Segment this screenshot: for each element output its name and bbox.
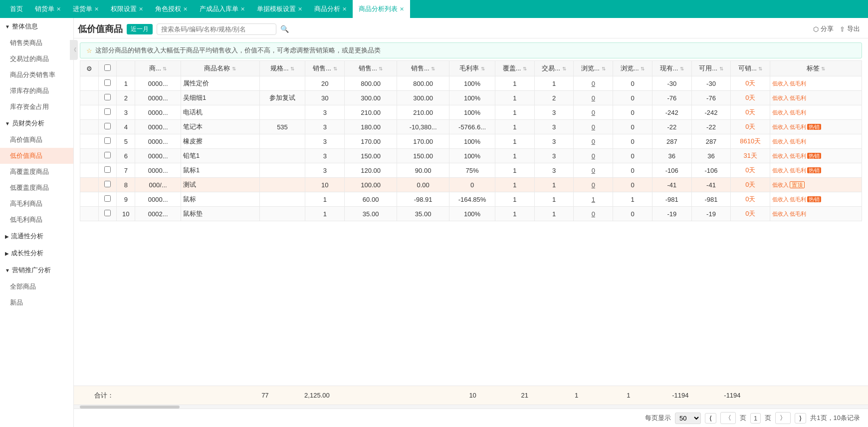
row-checkbox-cell[interactable] <box>98 120 117 134</box>
nav-close-icon[interactable]: ✕ <box>94 6 99 12</box>
page-size-select[interactable]: 50 100 200 <box>675 413 701 424</box>
sidebar-group-general[interactable]: ▼ 整体信息 <box>0 18 73 35</box>
sidebar-item-sales-goods[interactable]: 销售类商品 <box>0 35 73 51</box>
col-tags[interactable]: 标签 ⇅ <box>770 61 862 76</box>
sidebar-group-marketing[interactable]: ▼ 营销推广分析 <box>0 262 73 279</box>
nav-close-icon[interactable]: ✕ <box>139 6 143 12</box>
next-page-btn[interactable]: 〉 <box>775 412 791 424</box>
nav-product-instock[interactable]: 产成品入库单 ✕ <box>194 0 251 18</box>
row-checkbox[interactable] <box>104 166 111 173</box>
col-saleable[interactable]: 可销... ⇅ <box>731 61 770 76</box>
nav-close-icon[interactable]: ✕ <box>183 6 188 12</box>
col-browse1[interactable]: 浏览... ⇅ <box>574 61 613 76</box>
nav-permissions[interactable]: 权限设置 ✕ <box>105 0 149 18</box>
nav-sales-order[interactable]: 销货单 ✕ <box>29 0 67 18</box>
col-stock1[interactable]: 现有... ⇅ <box>652 61 691 76</box>
row-checkbox-cell[interactable] <box>98 91 117 105</box>
nav-close-icon[interactable]: ✕ <box>342 6 347 12</box>
row-browse1[interactable]: 0 <box>574 105 613 120</box>
col-settings[interactable]: ⚙ <box>80 61 99 76</box>
nav-home[interactable]: 首页 <box>4 0 29 18</box>
col-name[interactable]: 商品名称 ⇅ <box>181 61 259 76</box>
first-page-btn[interactable]: ⟨ <box>705 413 716 424</box>
row-checkbox-cell[interactable] <box>98 149 117 163</box>
row-checkbox-cell[interactable] <box>98 163 117 178</box>
browse1-link[interactable]: 0 <box>592 123 595 131</box>
sidebar-item-new-goods[interactable]: 新品 <box>0 295 73 311</box>
row-checkbox[interactable] <box>104 195 111 202</box>
table-container[interactable]: ⚙ 商... ⇅ 商品名称 ⇅ 规格... ⇅ 销售... ⇅ 销售... ⇅ … <box>74 60 868 386</box>
nav-close-icon[interactable]: ✕ <box>298 6 302 12</box>
time-filter-btn[interactable]: 近一月 <box>127 24 153 34</box>
browse1-link[interactable]: 0 <box>592 152 595 160</box>
nav-product-analysis[interactable]: 商品分析 ✕ <box>308 0 353 18</box>
search-input[interactable] <box>157 23 276 35</box>
browse1-link[interactable]: 0 <box>592 94 595 102</box>
select-all-checkbox[interactable] <box>104 64 111 71</box>
row-checkbox[interactable] <box>104 79 111 86</box>
sidebar-item-traded-goods[interactable]: 交易过的商品 <box>0 51 73 67</box>
browse1-link[interactable]: 0 <box>592 138 595 145</box>
row-browse1[interactable]: 1 <box>574 192 613 207</box>
col-rate[interactable]: 毛利率 ⇅ <box>449 61 495 76</box>
last-page-btn[interactable]: ⟩ <box>795 413 806 424</box>
sidebar-item-low-coverage[interactable]: 低覆盖度商品 <box>0 180 73 196</box>
share-btn[interactable]: ⬡ 分享 <box>813 24 834 33</box>
search-icon[interactable]: 🔍 <box>280 25 289 33</box>
export-btn[interactable]: ⇧ 导出 <box>840 24 860 33</box>
row-checkbox[interactable] <box>104 137 111 144</box>
sidebar-item-high-value[interactable]: 高价值商品 <box>0 132 73 148</box>
nav-purchase-order[interactable]: 进货单 ✕ <box>67 0 105 18</box>
sidebar-item-low-value[interactable]: 低价值商品 <box>0 148 73 164</box>
row-checkbox-cell[interactable] <box>98 192 117 207</box>
col-code[interactable]: 商... ⇅ <box>135 61 181 76</box>
row-checkbox-cell[interactable] <box>98 105 117 120</box>
col-trade[interactable]: 交易... ⇅ <box>534 61 574 76</box>
sidebar-item-stock-value[interactable]: 库存资金占用 <box>0 99 73 115</box>
row-checkbox[interactable] <box>104 181 111 187</box>
row-checkbox-cell[interactable] <box>98 207 117 221</box>
sidebar-item-low-margin[interactable]: 低毛利商品 <box>0 212 73 228</box>
row-browse1[interactable]: 0 <box>574 120 613 134</box>
row-checkbox[interactable] <box>104 210 111 216</box>
prev-page-btn[interactable]: 〈 <box>720 412 736 424</box>
col-s3[interactable]: 销售... ⇅ <box>397 61 449 76</box>
sidebar-group-growth[interactable]: ▶ 成长性分析 <box>0 245 73 262</box>
col-stock2[interactable]: 可用... ⇅ <box>691 61 731 76</box>
nav-close-icon[interactable]: ✕ <box>240 6 245 12</box>
row-browse1[interactable]: 0 <box>574 178 613 192</box>
browse1-link[interactable]: 0 <box>592 210 595 218</box>
row-checkbox[interactable] <box>104 123 111 129</box>
row-browse1[interactable]: 0 <box>574 91 613 105</box>
row-checkbox-cell[interactable] <box>98 134 117 149</box>
nav-product-analysis-list[interactable]: 商品分析列表 ✕ <box>353 0 410 18</box>
nav-role-auth[interactable]: 角色授权 ✕ <box>149 0 194 18</box>
nav-close-icon[interactable]: ✕ <box>400 6 404 12</box>
browse1-link[interactable]: 0 <box>592 181 595 189</box>
col-spec[interactable]: 规格... ⇅ <box>259 61 305 76</box>
row-checkbox-cell[interactable] <box>98 178 117 192</box>
col-checkbox[interactable] <box>98 61 117 76</box>
browse1-link[interactable]: 0 <box>592 80 595 87</box>
row-browse1[interactable]: 0 <box>574 134 613 149</box>
sidebar-group-finance[interactable]: ▼ 员财类分析 <box>0 115 73 132</box>
row-browse1[interactable]: 0 <box>574 76 613 91</box>
sidebar-item-slow-goods[interactable]: 滞库存的商品 <box>0 83 73 99</box>
nav-template-settings[interactable]: 单据模板设置 ✕ <box>251 0 308 18</box>
row-browse1[interactable]: 0 <box>574 163 613 178</box>
browse1-link[interactable]: 1 <box>592 196 595 203</box>
row-browse1[interactable]: 0 <box>574 149 613 163</box>
nav-close-icon[interactable]: ✕ <box>56 6 61 12</box>
row-checkbox[interactable] <box>104 94 111 100</box>
row-checkbox[interactable] <box>104 152 111 158</box>
browse1-link[interactable]: 0 <box>592 167 595 174</box>
row-browse1[interactable]: 0 <box>574 207 613 221</box>
row-checkbox[interactable] <box>104 108 111 115</box>
sidebar-group-liquidity[interactable]: ▶ 流通性分析 <box>0 228 73 245</box>
sidebar-item-all-goods[interactable]: 全部商品 <box>0 279 73 295</box>
row-checkbox-cell[interactable] <box>98 76 117 91</box>
browse1-link[interactable]: 0 <box>592 109 595 116</box>
sidebar-item-category-rate[interactable]: 商品分类销售率 <box>0 67 73 83</box>
col-browse2[interactable]: 浏览... ⇅ <box>613 61 652 76</box>
sidebar-item-high-coverage[interactable]: 高覆盖度商品 <box>0 164 73 180</box>
